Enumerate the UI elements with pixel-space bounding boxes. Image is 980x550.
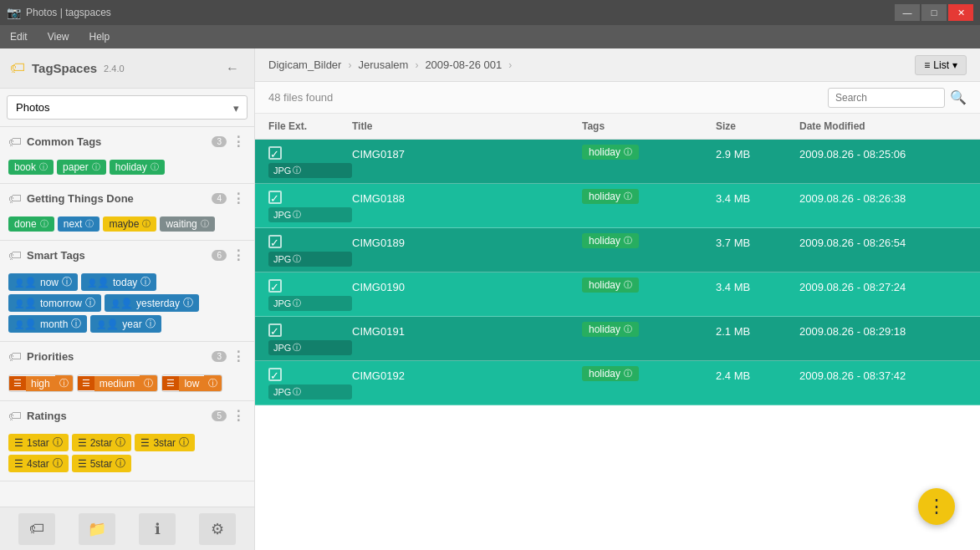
tag-medium-info[interactable]: ⓘ — [140, 375, 157, 391]
tag-high[interactable]: ☰ high ⓘ — [8, 374, 74, 392]
tag-3star[interactable]: ☰3starⓘ — [135, 434, 195, 451]
tag-group-gtd-header[interactable]: 🏷 Getting Things Done 4 ⋮ — [0, 184, 254, 213]
tag-year[interactable]: 👤yearⓘ — [90, 315, 161, 333]
tag-month[interactable]: 👤monthⓘ — [8, 315, 87, 333]
tag-next-info[interactable]: ⓘ — [85, 218, 94, 230]
tag-book[interactable]: bookⓘ — [8, 160, 54, 175]
fab-button[interactable]: ⋮ — [918, 488, 955, 525]
tag-today[interactable]: 👤todayⓘ — [81, 273, 156, 291]
menu-help[interactable]: Help — [85, 29, 113, 44]
table-row[interactable]: ✓ JPG ⓘ CIMG0188 holiday ⓘ 3.4 MB 2009.0… — [255, 184, 980, 228]
tag-waiting[interactable]: waitingⓘ — [160, 216, 214, 232]
gtd-menu-icon[interactable]: ⋮ — [232, 191, 246, 206]
tag-holiday[interactable]: holidayⓘ — [110, 160, 165, 175]
tag-high-info[interactable]: ⓘ — [55, 375, 73, 391]
tag-now[interactable]: 👤nowⓘ — [8, 273, 78, 291]
tag-2star-info[interactable]: ⓘ — [115, 435, 125, 450]
tag-medium[interactable]: ☰ medium ⓘ — [77, 374, 159, 392]
tag-maybe-info[interactable]: ⓘ — [142, 218, 151, 230]
file-checkbox[interactable]: ✓ — [268, 279, 282, 293]
file-ext-badge[interactable]: JPG ⓘ — [268, 163, 352, 178]
ext-info-icon[interactable]: ⓘ — [293, 253, 301, 265]
file-tag[interactable]: holiday ⓘ — [582, 366, 639, 381]
ratings-menu-icon[interactable]: ⋮ — [232, 408, 246, 424]
file-checkbox[interactable]: ✓ — [268, 368, 282, 381]
tag-book-info[interactable]: ⓘ — [39, 161, 48, 173]
location-select[interactable]: Photos — [7, 95, 248, 120]
menu-edit[interactable]: Edit — [7, 29, 31, 44]
breadcrumb-digicam[interactable]: Digicam_Bilder — [268, 59, 341, 71]
tag-now-info[interactable]: ⓘ — [62, 275, 72, 289]
tag-group-priorities-header[interactable]: 🏷 Priorities 3 ⋮ — [0, 342, 254, 371]
file-ext-badge[interactable]: JPG ⓘ — [268, 384, 352, 400]
tag-info-icon[interactable]: ⓘ — [624, 323, 632, 335]
tag-5star[interactable]: ☰5starⓘ — [72, 455, 132, 472]
file-tag[interactable]: holiday ⓘ — [582, 322, 639, 337]
file-checkbox[interactable]: ✓ — [268, 323, 282, 337]
tag-2star[interactable]: ☰2starⓘ — [72, 434, 132, 451]
ext-info-icon[interactable]: ⓘ — [293, 209, 301, 221]
tag-next[interactable]: nextⓘ — [58, 216, 100, 232]
tag-holiday-info[interactable]: ⓘ — [151, 161, 159, 173]
file-checkbox[interactable]: ✓ — [268, 191, 282, 204]
ext-info-icon[interactable]: ⓘ — [293, 165, 301, 176]
file-tag[interactable]: holiday ⓘ — [582, 233, 639, 248]
table-row[interactable]: ✓ JPG ⓘ CIMG0190 holiday ⓘ 3.4 MB 2009.0… — [255, 272, 980, 317]
close-button[interactable]: ✕ — [948, 4, 973, 21]
back-button[interactable]: ← — [221, 57, 244, 80]
tag-info-icon[interactable]: ⓘ — [624, 191, 632, 202]
tag-3star-info[interactable]: ⓘ — [179, 435, 189, 450]
tag-info-icon[interactable]: ⓘ — [624, 235, 632, 247]
tag-info-icon[interactable]: ⓘ — [624, 279, 632, 291]
file-tag[interactable]: holiday ⓘ — [582, 189, 639, 204]
tag-group-smart-tags-header[interactable]: 🏷 Smart Tags 6 ⋮ — [0, 241, 254, 270]
smart-tags-menu-icon[interactable]: ⋮ — [232, 247, 246, 263]
file-ext-badge[interactable]: JPG ⓘ — [268, 252, 352, 267]
tag-group-common-tags-header[interactable]: 🏷 Common Tags 3 ⋮ — [0, 127, 254, 156]
file-ext-badge[interactable]: JPG ⓘ — [268, 340, 352, 355]
tag-paper[interactable]: paperⓘ — [57, 160, 106, 175]
breadcrumb-date[interactable]: 2009-08-26 001 — [425, 59, 502, 71]
tag-info-icon[interactable]: ⓘ — [624, 146, 632, 158]
file-tag[interactable]: holiday ⓘ — [582, 145, 639, 160]
file-checkbox[interactable]: ✓ — [268, 235, 282, 248]
tag-yesterday-info[interactable]: ⓘ — [183, 296, 193, 310]
tag-5star-info[interactable]: ⓘ — [115, 456, 125, 471]
tag-group-ratings-header[interactable]: 🏷 Ratings 5 ⋮ — [0, 401, 254, 430]
tag-info-icon[interactable]: ⓘ — [624, 368, 632, 379]
file-ext-badge[interactable]: JPG ⓘ — [268, 207, 352, 222]
file-tag[interactable]: holiday ⓘ — [582, 278, 639, 293]
search-button[interactable]: 🔍 — [950, 89, 967, 105]
tag-tomorrow[interactable]: 👤tomorrowⓘ — [8, 294, 101, 312]
tag-low[interactable]: ☰ low ⓘ — [161, 374, 222, 392]
ext-info-icon[interactable]: ⓘ — [293, 342, 301, 354]
tag-today-info[interactable]: ⓘ — [140, 275, 151, 289]
minimize-button[interactable]: — — [895, 4, 920, 21]
tags-button[interactable]: 🏷 — [18, 513, 55, 545]
file-ext-badge[interactable]: JPG ⓘ — [268, 296, 352, 311]
breadcrumb-jerusalem[interactable]: Jerusalem — [358, 59, 408, 71]
tag-done-info[interactable]: ⓘ — [40, 218, 48, 230]
tag-4star[interactable]: ☰4starⓘ — [8, 455, 69, 472]
list-view-button[interactable]: ≡ List ▾ — [915, 55, 967, 75]
table-row[interactable]: ✓ JPG ⓘ CIMG0191 holiday ⓘ 2.1 MB 2009.0… — [255, 317, 980, 361]
tag-1star[interactable]: ☰1starⓘ — [8, 434, 69, 451]
tag-low-info[interactable]: ⓘ — [204, 375, 222, 391]
folder-button[interactable]: 📁 — [79, 513, 115, 545]
priorities-menu-icon[interactable]: ⋮ — [232, 349, 246, 364]
tag-4star-info[interactable]: ⓘ — [53, 456, 63, 471]
tag-tomorrow-info[interactable]: ⓘ — [85, 296, 95, 310]
tag-waiting-info[interactable]: ⓘ — [201, 218, 209, 230]
tag-yesterday[interactable]: 👤yesterdayⓘ — [105, 294, 199, 312]
file-checkbox[interactable]: ✓ — [268, 146, 282, 160]
table-row[interactable]: ✓ JPG ⓘ CIMG0189 holiday ⓘ 3.7 MB 2009.0… — [255, 228, 980, 272]
maximize-button[interactable]: □ — [921, 4, 947, 21]
tag-paper-info[interactable]: ⓘ — [92, 161, 100, 173]
menu-view[interactable]: View — [44, 29, 73, 44]
tag-month-info[interactable]: ⓘ — [71, 317, 81, 331]
tag-maybe[interactable]: maybeⓘ — [103, 216, 156, 232]
search-input[interactable] — [828, 88, 945, 108]
tag-year-info[interactable]: ⓘ — [145, 317, 156, 331]
tag-done[interactable]: doneⓘ — [8, 216, 54, 232]
tag-1star-info[interactable]: ⓘ — [53, 435, 63, 450]
